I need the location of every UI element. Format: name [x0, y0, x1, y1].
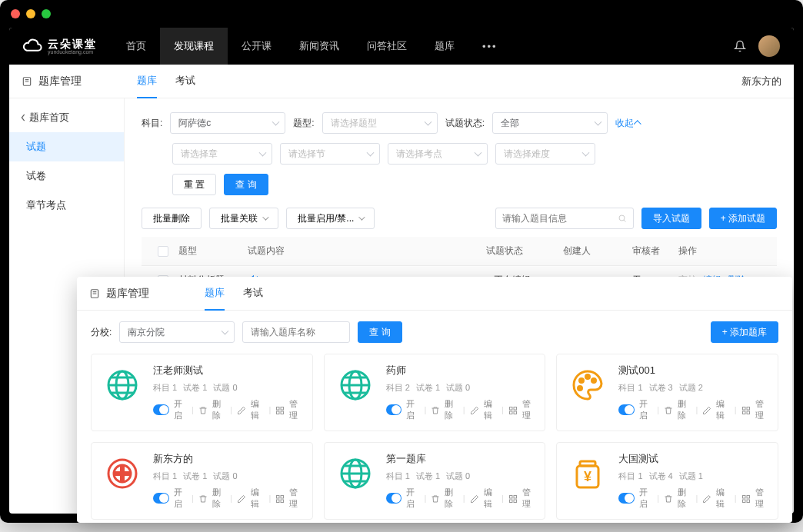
maximize-window-button[interactable] [42, 9, 51, 18]
nav-item[interactable]: 发现课程 [160, 28, 228, 65]
svg-point-3 [619, 215, 625, 221]
card-edit-link[interactable]: 编辑 [716, 487, 729, 510]
chevron-left-icon [20, 114, 26, 121]
delete-icon [664, 493, 673, 503]
edit-icon [470, 493, 479, 503]
branch-select[interactable]: 南京分院 [119, 321, 235, 343]
minimize-window-button[interactable] [26, 9, 35, 18]
search-icon [618, 213, 627, 224]
notifications-button[interactable] [728, 40, 752, 52]
svg-rect-23 [509, 407, 512, 410]
reset-button[interactable]: 重 置 [172, 174, 216, 195]
nav-item[interactable]: 首页 [112, 28, 160, 65]
card-delete-link[interactable]: 删除 [445, 398, 458, 421]
edit-icon [702, 404, 711, 414]
bank-card: ¥ 大国测试 科目 1试卷 4试题 1 开启 | 删除 | 编辑 | 管理 [556, 442, 778, 520]
th-type: 题型 [178, 244, 248, 258]
batch-link-button[interactable]: 批量关联 [209, 208, 278, 229]
enable-toggle[interactable] [618, 404, 635, 415]
search-input[interactable] [502, 213, 618, 224]
bank-card: 汪老师测试 科目 1试卷 1试题 0 开启 | 删除 | 编辑 | 管理 [91, 354, 313, 431]
select-all-checkbox[interactable] [158, 246, 168, 257]
card-delete-link[interactable]: 删除 [445, 487, 458, 510]
palette-icon [566, 364, 609, 407]
card-meta: 科目 1试卷 1试题 0 [386, 470, 536, 482]
close-window-button[interactable] [11, 9, 20, 18]
enable-toggle[interactable] [618, 493, 635, 504]
card-edit-link[interactable]: 编辑 [251, 398, 264, 421]
collapse-filters-link[interactable]: 收起 [615, 117, 641, 130]
enable-toggle[interactable] [153, 404, 169, 415]
difficulty-select[interactable]: 请选择难度 [495, 143, 595, 165]
card-manage-link[interactable]: 管理 [289, 398, 302, 421]
import-button[interactable]: 导入试题 [641, 208, 701, 229]
card-manage-link[interactable]: 管理 [522, 398, 535, 421]
card-title: 测试001 [618, 364, 768, 377]
edit-icon [702, 493, 711, 503]
svg-rect-58 [747, 500, 750, 503]
enable-toggle[interactable] [386, 493, 402, 504]
card-meta: 科目 1试卷 3试题 2 [618, 382, 768, 394]
search-box[interactable] [495, 208, 634, 229]
delete-icon [198, 493, 208, 503]
edit-icon [237, 493, 246, 503]
tab[interactable]: 题库 [137, 65, 157, 98]
nav-item[interactable]: 题库 [421, 28, 468, 65]
card-manage-link[interactable]: 管理 [755, 398, 768, 421]
svg-rect-25 [509, 411, 512, 414]
query-button[interactable]: 查 询 [358, 321, 402, 343]
card-delete-link[interactable]: 删除 [212, 398, 225, 421]
avatar[interactable] [758, 35, 780, 57]
svg-rect-53 [580, 461, 595, 466]
add-bank-button[interactable]: + 添加题库 [711, 321, 778, 343]
tab[interactable]: 考试 [175, 65, 195, 98]
batch-delete-button[interactable]: 批量删除 [142, 208, 202, 229]
delete-icon [198, 404, 208, 414]
card-edit-link[interactable]: 编辑 [716, 398, 729, 421]
status-select[interactable]: 全部 [492, 112, 608, 134]
svg-rect-49 [514, 495, 517, 498]
sidebar-item[interactable]: 试题 [9, 132, 124, 161]
card-edit-link[interactable]: 编辑 [484, 487, 497, 510]
top-nav: 云朵课堂 yunduoketang.com 首页发现课程公开课新闻资讯问答社区题… [9, 28, 794, 65]
back-link[interactable]: 题库首页 [9, 103, 124, 132]
nav-more[interactable]: ••• [468, 28, 511, 65]
card-delete-link[interactable]: 删除 [678, 398, 691, 421]
card-delete-link[interactable]: 删除 [212, 487, 225, 510]
type-label: 题型: [293, 117, 314, 130]
card-manage-link[interactable]: 管理 [289, 487, 302, 510]
card-manage-link[interactable]: 管理 [522, 487, 535, 510]
sidebar-item[interactable]: 试卷 [9, 161, 124, 191]
status-label: 试题状态: [445, 117, 485, 130]
card-delete-link[interactable]: 删除 [678, 487, 691, 510]
logo-text-zh: 云朵课堂 [48, 38, 97, 49]
nav-item[interactable]: 新闻资讯 [285, 28, 353, 65]
svg-rect-48 [509, 495, 512, 498]
enable-toggle[interactable] [386, 404, 402, 415]
point-select[interactable]: 请选择考点 [388, 143, 488, 165]
add-question-button[interactable]: + 添加试题 [709, 208, 777, 229]
card-edit-link[interactable]: 编辑 [251, 487, 264, 510]
document-icon [22, 76, 32, 87]
card-edit-link[interactable]: 编辑 [484, 398, 497, 421]
query-button[interactable]: 查 询 [224, 174, 268, 195]
svg-rect-50 [509, 500, 512, 503]
tab[interactable]: 考试 [243, 277, 263, 311]
enable-toggle[interactable] [153, 493, 169, 504]
logo[interactable]: 云朵课堂 yunduoketang.com [23, 38, 97, 55]
type-select[interactable]: 请选择题型 [322, 112, 438, 134]
card-manage-link[interactable]: 管理 [755, 487, 768, 510]
nav-item[interactable]: 问答社区 [353, 28, 421, 65]
nav-item[interactable]: 公开课 [228, 28, 285, 65]
logo-icon [23, 38, 43, 55]
tab[interactable]: 题库 [205, 277, 225, 311]
chapter-select[interactable]: 请选择章 [172, 143, 272, 165]
svg-point-27 [580, 379, 584, 383]
batch-toggle-button[interactable]: 批量启用/禁... [286, 208, 375, 229]
subject-select[interactable]: 阿萨德c [170, 112, 285, 134]
section-select[interactable]: 请选择节 [280, 143, 380, 165]
sidebar-item[interactable]: 章节考点 [9, 191, 124, 220]
bank-name-input[interactable] [242, 321, 350, 343]
th-creator: 创建人 [563, 244, 632, 258]
globe-icon [334, 364, 377, 407]
